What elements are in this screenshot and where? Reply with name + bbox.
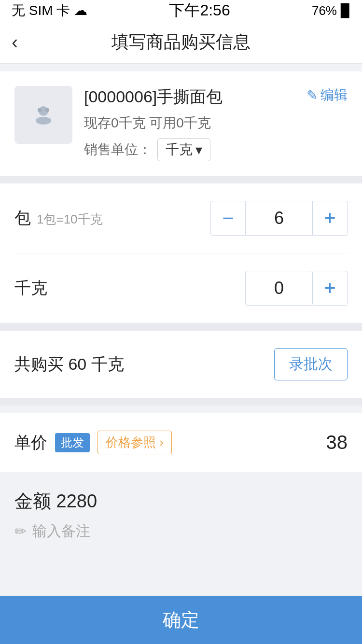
bao-sublabel: 1包=10千克 xyxy=(37,211,103,228)
bao-row: 包 1包=10千克 − + xyxy=(14,183,348,253)
edit-label: 编辑 xyxy=(320,86,348,104)
amount-section: 金额 2280 ✏ 输入备注 xyxy=(0,472,362,559)
product-thumbnail-icon xyxy=(29,100,58,129)
edit-button[interactable]: ✎ 编辑 xyxy=(306,86,348,104)
kg-label-text: 千克 xyxy=(14,277,47,299)
price-value: 38 xyxy=(326,432,348,453)
status-right: 76% ▉ xyxy=(312,3,350,18)
price-label: 单价 xyxy=(14,432,47,454)
price-tag: 批发 xyxy=(55,433,90,452)
divider-1 xyxy=(0,176,362,183)
product-card: [0000006]手撕面包 现存0千克 可用0千克 销售单位： 千克 ▾ ✎ 编… xyxy=(0,71,362,176)
battery-icon: ▉ xyxy=(341,3,350,18)
nav-bar: ‹ 填写商品购买信息 xyxy=(0,21,362,64)
kg-increment-button[interactable]: + xyxy=(313,271,348,306)
unit-dropdown-icon: ▾ xyxy=(195,142,202,158)
signal-text: 无 SIM 卡 ☁ xyxy=(12,1,87,20)
svg-point-2 xyxy=(38,108,42,112)
bao-label: 包 1包=10千克 xyxy=(14,207,103,229)
confirm-button[interactable]: 确定 xyxy=(0,596,362,644)
price-ref-button[interactable]: 价格参照 › xyxy=(97,431,172,454)
divider-2 xyxy=(0,323,362,331)
kg-label: 千克 xyxy=(14,277,47,299)
bao-qty-control: − + xyxy=(210,201,348,236)
kg-qty-input[interactable] xyxy=(245,271,313,306)
bao-label-text: 包 xyxy=(14,207,31,229)
kg-row: 千克 + xyxy=(14,253,348,323)
price-row: 单价 批发 价格参照 › 38 xyxy=(14,431,348,454)
page-title: 填写商品购买信息 xyxy=(111,30,251,54)
back-button[interactable]: ‹ xyxy=(12,31,18,53)
kg-qty-control: + xyxy=(245,271,348,306)
edit-icon: ✎ xyxy=(306,87,318,103)
total-row: 共购买 60 千克 录批次 xyxy=(0,331,362,398)
product-image xyxy=(14,86,72,144)
quantity-section: 包 1包=10千克 − + 千克 + xyxy=(0,183,362,323)
status-left: 无 SIM 卡 ☁ xyxy=(12,1,87,20)
total-label: 共购买 60 千克 xyxy=(14,353,124,376)
status-bar: 无 SIM 卡 ☁ 下午2:56 76% ▉ xyxy=(0,0,362,21)
price-ref-label: 价格参照 › xyxy=(106,434,164,451)
product-stock: 现存0千克 可用0千克 xyxy=(84,114,348,132)
batch-button[interactable]: 录批次 xyxy=(274,348,348,380)
remark-placeholder: 输入备注 xyxy=(32,521,90,541)
battery-text: 76% xyxy=(312,3,337,18)
svg-point-3 xyxy=(45,108,49,112)
unit-label: 销售单位： xyxy=(84,140,152,159)
unit-select[interactable]: 千克 ▾ xyxy=(157,138,210,161)
bao-decrement-button[interactable]: − xyxy=(210,201,245,236)
price-section: 单价 批发 价格参照 › 38 xyxy=(0,413,362,472)
remark-row[interactable]: ✏ 输入备注 xyxy=(14,521,348,541)
divider-3 xyxy=(0,398,362,406)
amount-label: 金额 2280 xyxy=(14,489,348,514)
unit-value: 千克 xyxy=(166,140,193,159)
bao-qty-input[interactable] xyxy=(245,201,313,236)
svg-point-1 xyxy=(36,117,51,125)
status-time: 下午2:56 xyxy=(169,0,230,21)
product-unit-row: 销售单位： 千克 ▾ xyxy=(84,138,348,161)
pencil-icon: ✏ xyxy=(14,523,27,540)
bao-increment-button[interactable]: + xyxy=(313,201,348,236)
